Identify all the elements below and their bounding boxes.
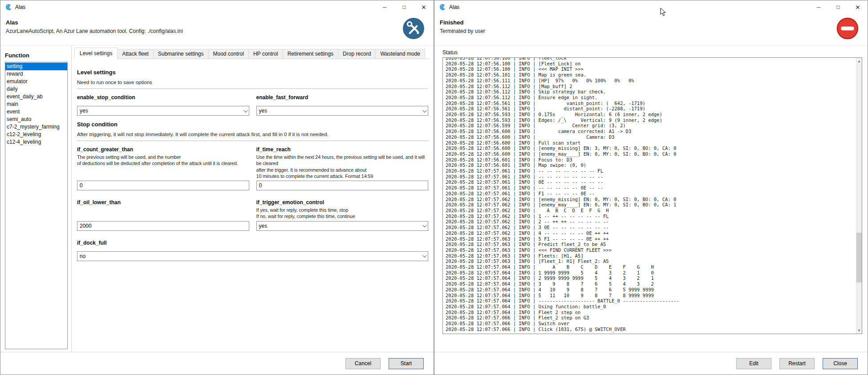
sidebar-item-reward[interactable]: reward	[5, 70, 67, 78]
close-button[interactable]: Close	[823, 358, 858, 369]
tab-drop-record[interactable]: Drop record	[338, 49, 376, 59]
log-scrollbar[interactable]: ▲ ▼	[856, 58, 862, 334]
log-line: 2020-05-28 12:07:57.063 | INFO | <<< FIN…	[446, 247, 856, 253]
tab-hp-control[interactable]: HP control	[248, 49, 283, 59]
log-line: 2020-05-28 12:07:56.601 | INFO | Focus t…	[446, 157, 856, 163]
if_time_reach-input[interactable]	[256, 181, 429, 190]
edit-button[interactable]: Edit	[736, 358, 771, 369]
caption-buttons: ─ □ ✕	[375, 0, 434, 14]
log-line: 2020-05-28 12:07:57.066 | INFO | Fleet_2…	[446, 315, 856, 321]
log-line: 2020-05-28 12:07:56.593 | INFO | 0.175s …	[446, 112, 856, 117]
stop-badge-icon	[836, 17, 859, 40]
field-if_dock_full: if_dock_fullno	[77, 236, 428, 261]
log-box: 2020-05-28 12:07:56.100 | INFO | fleet_l…	[442, 57, 862, 334]
app-title: Alas	[6, 19, 428, 26]
sidebar-item-setting[interactable]: setting	[5, 63, 67, 70]
fields-row: enable_stop_conditionyesenable_fast_forw…	[77, 91, 428, 116]
log-line: 2020-05-28 12:07:57.061 | INFO | F1 -- -…	[446, 191, 856, 197]
window-title: Alas	[15, 4, 25, 10]
scrollbar-thumb[interactable]	[856, 233, 862, 282]
log-line: 2020-05-28 12:07:57.063 | INFO | Predict…	[446, 242, 856, 247]
app-header: Alas AzurLaneAutoScript, An Azur Lane au…	[0, 14, 434, 46]
log-line: 2020-05-28 12:07:57.064 | INFO | 3 9 8 7…	[446, 281, 856, 287]
log-line: 2020-05-28 12:07:57.064 | INFO | 4 10 9 …	[446, 287, 856, 293]
form-section: Stop conditionAfter triggering, it will …	[77, 121, 428, 141]
minimize-button[interactable]: ─	[809, 0, 828, 14]
section-title: Level settings	[77, 69, 428, 76]
log-line: 2020-05-28 12:07:57.063 | INFO | Fleets:…	[446, 253, 856, 259]
tab-submarine-settings[interactable]: Submarine settings	[153, 49, 209, 59]
fields-row: if_dock_fullno	[77, 236, 428, 261]
titlebar[interactable]: Alas ─ □ ✕	[0, 0, 434, 14]
settings-body: Function settingrewardemulatordailyevent…	[0, 46, 434, 352]
if_trigger_emotion_control-select[interactable]: yes	[256, 221, 429, 231]
log-line: 2020-05-28 12:07:56.100 | INFO | [Fleet_…	[446, 61, 856, 67]
scrollbar-track[interactable]	[856, 65, 862, 327]
alas-settings-window: Alas ─ □ ✕ Alas AzurLaneAutoScript, An A…	[0, 0, 434, 375]
enable_stop_condition-select[interactable]: yes	[77, 106, 249, 116]
maximize-button[interactable]: □	[828, 0, 848, 14]
sidebar-item-semi_auto[interactable]: semi_auto	[5, 116, 67, 123]
sidebar-item-emulator[interactable]: emulator	[5, 78, 67, 85]
log-line: 2020-05-28 12:07:57.062 | INFO | [enemy_…	[446, 202, 856, 208]
field-help: If yes, wait for reply, complete this ti…	[256, 207, 429, 220]
log-line: 2020-05-28 12:07:57.062 | INFO | 2 -- ++…	[446, 219, 856, 225]
close-button[interactable]: ✕	[848, 0, 868, 14]
log-line: 2020-05-28 12:07:57.061 | INFO | 0E -- -…	[446, 179, 856, 185]
tab-wasteland-mode[interactable]: Wasteland mode	[375, 49, 425, 59]
sidebar-item-daily[interactable]: daily	[5, 85, 67, 93]
chevron-down-icon	[422, 223, 427, 227]
function-listbox[interactable]: settingrewardemulatordailyevent_daily_ab…	[5, 62, 68, 349]
tab-level-settings[interactable]: Level settings	[74, 48, 118, 59]
caption-buttons: ─ □ ✕	[809, 0, 868, 14]
if_count_greater_than-input[interactable]	[77, 181, 249, 190]
field-label: if_time_reach	[256, 146, 429, 153]
settings-form: Level settingsNeed to run once to save o…	[74, 59, 429, 352]
field-label: enable_fast_forward	[256, 94, 429, 101]
log-line: 2020-05-28 12:07:57.062 | INFO | A B C D…	[446, 208, 856, 214]
sidebar-item-event_daily_ab[interactable]: event_daily_ab	[5, 93, 67, 101]
log-line: 2020-05-28 12:07:57.063 | INFO | 5 F1 --…	[446, 236, 856, 242]
log-line: 2020-05-28 12:07:56.561 | INFO | distant…	[446, 106, 856, 112]
section-divider	[77, 89, 428, 89]
section-subtitle: Need to run once to save options	[77, 80, 428, 85]
alas-logo-icon	[439, 4, 446, 11]
minimize-button[interactable]: ─	[375, 0, 394, 14]
log-line: 2020-05-28 12:07:56.112 | INFO | [Map_bu…	[446, 84, 856, 89]
close-button[interactable]: ✕	[414, 0, 434, 14]
log-line: 2020-05-28 12:07:57.064 | INFO | Using f…	[446, 304, 856, 310]
log-line: 2020-05-28 12:07:57.064 | INFO | 2 9999 …	[446, 275, 856, 281]
titlebar[interactable]: Alas ─ □ ✕	[434, 0, 868, 14]
log-line: 2020-05-28 12:07:57.064 | INFO | -------…	[446, 298, 856, 304]
log-line: 2020-05-28 12:07:57.064 | INFO | A B C D…	[446, 264, 856, 270]
scroll-up-icon[interactable]: ▲	[856, 58, 862, 65]
log-line: 2020-05-28 12:07:57.062 | INFO | [enemy_…	[446, 197, 856, 202]
cancel-button[interactable]: Cancel	[345, 358, 381, 369]
log-line: 2020-05-28 12:07:56.561 | INFO | vanish_…	[446, 101, 856, 106]
start-button[interactable]: Start	[389, 358, 424, 369]
if_dock_full-select[interactable]: no	[77, 251, 428, 261]
field-enable_fast_forward: enable_fast_forwardyes	[256, 91, 429, 116]
sidebar-item-c12-2_leveling[interactable]: c12-2_leveling	[5, 131, 67, 138]
tab-retirement-settings[interactable]: Retirement settings	[283, 49, 338, 59]
if_oil_lower_than-input[interactable]	[77, 221, 249, 231]
tab-attack-fleet[interactable]: Attack fleet	[117, 49, 153, 59]
log-line: 2020-05-28 12:07:57.062 | INFO | 1 -- ++…	[446, 214, 856, 219]
function-sidebar: Function settingrewardemulatordailyevent…	[0, 46, 72, 352]
scroll-down-icon[interactable]: ▼	[856, 327, 862, 334]
restart-button[interactable]: Restart	[779, 358, 815, 369]
log-line: 2020-05-28 12:07:57.063 | INFO | [Fleet_…	[446, 258, 856, 264]
sidebar-item-c7-2_mystery_farming[interactable]: c7-2_mystery_farming	[5, 123, 67, 131]
log-line: 2020-05-28 12:07:57.061 | INFO | -- -- -…	[446, 185, 856, 191]
enable_fast_forward-select[interactable]: yes	[256, 106, 429, 116]
sidebar-item-main[interactable]: main	[5, 101, 67, 108]
field-help: The previous setting will be used, and t…	[77, 154, 249, 167]
log-content[interactable]: 2020-05-28 12:07:56.100 | INFO | fleet_l…	[443, 57, 856, 334]
field-label: if_count_greater_than	[77, 146, 249, 153]
status-body: Status 2020-05-28 12:07:56.100 | INFO | …	[434, 46, 868, 352]
sidebar-item-event[interactable]: event	[5, 108, 67, 116]
status-title: Finished	[440, 19, 862, 26]
maximize-button[interactable]: □	[394, 0, 414, 14]
tab-mood-control[interactable]: Mood control	[208, 49, 249, 59]
sidebar-item-c12-4_leveling[interactable]: c12-4_leveling	[5, 138, 67, 146]
